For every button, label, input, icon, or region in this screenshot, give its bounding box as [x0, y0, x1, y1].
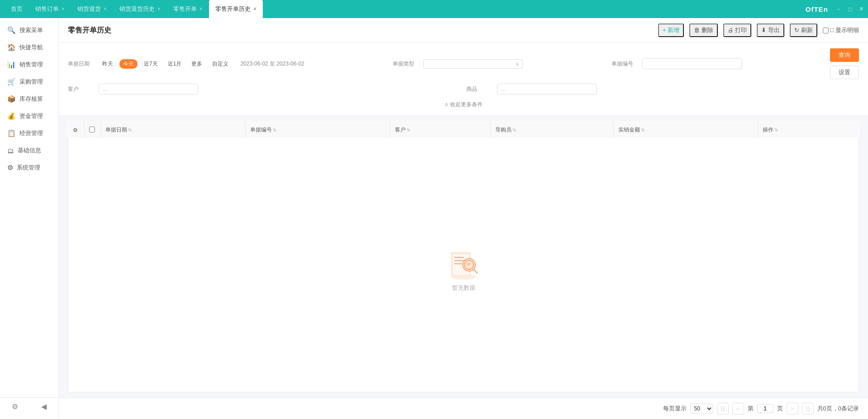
new-button[interactable]: + 新增: [658, 24, 684, 37]
delete-button[interactable]: 🗑 删除: [689, 24, 718, 37]
page-input[interactable]: [757, 404, 773, 413]
svg-line-8: [474, 269, 477, 273]
tab-label-sales-return-history: 销货退货历史: [119, 5, 155, 13]
first-page-btn[interactable]: ⟨⟨: [717, 403, 729, 414]
col-label-action: 操作: [763, 127, 773, 133]
col-label-amount: 实销金额: [618, 127, 640, 133]
next-page-btn[interactable]: ＞: [787, 403, 798, 414]
sidebar-icon-purchase-mgmt: 🛒: [7, 78, 16, 86]
tab-close-retail-open[interactable]: ×: [199, 6, 203, 12]
select-all-checkbox[interactable]: [89, 127, 95, 132]
sidebar-item-basic-info[interactable]: 🗂基础信息: [0, 142, 58, 159]
tab-label-sales-return: 销货退货: [77, 5, 101, 13]
sidebar-icon-quick-nav: 🏠: [7, 43, 16, 52]
data-table: ⚙单据日期⇅单据编号⇅客户⇅导购员⇅实销金额⇅操作⇅: [68, 122, 859, 138]
brand-label: OfTEn: [806, 5, 828, 13]
tab-close-sales-return[interactable]: ×: [104, 6, 107, 12]
tab-close-retail-open-history[interactable]: ×: [253, 6, 256, 12]
sidebar-item-finance[interactable]: 💰资金管理: [0, 108, 58, 125]
customer-filter-input[interactable]: ...: [99, 84, 198, 94]
product-dots: ...: [501, 86, 506, 92]
top-bar: 首页销售订单×销货退货×销货退货历史×零售开单×零售开单历史× OfTEn － …: [0, 0, 868, 18]
per-page-select[interactable]: 102050100: [690, 404, 713, 414]
sidebar-item-operations[interactable]: 📋经营管理: [0, 125, 58, 142]
print-button[interactable]: 🖨 打印: [723, 24, 752, 37]
col-label-date: 单据日期: [105, 127, 127, 133]
prev-page-btn[interactable]: ＜: [732, 403, 744, 414]
display-detail-toggle[interactable]: □ 显示明细: [823, 26, 859, 34]
customer-dots: ...: [103, 86, 107, 92]
date-btn-昨天[interactable]: 昨天: [99, 59, 117, 69]
page-header: 零售开单历史 + 新增 🗑 删除 🖨 打印 ⬇ 导出 ↻ 刷新 □ 显示明细: [59, 18, 868, 43]
sidebar: 🔍搜索采单🏠快捷导航📊销售管理🛒采购管理📦库存核算💰资金管理📋经营管理🗂基础信息…: [0, 18, 59, 419]
sort-icon-amount[interactable]: ⇅: [641, 127, 645, 132]
type-filter-select[interactable]: ∨: [423, 59, 523, 69]
sort-icon-guide[interactable]: ⇅: [512, 127, 516, 132]
product-filter-input[interactable]: ...: [497, 84, 597, 94]
display-detail-checkbox[interactable]: [823, 28, 829, 33]
export-button[interactable]: ⬇ 导出: [757, 24, 784, 37]
date-btn-近1月[interactable]: 近1月: [164, 59, 185, 69]
settings-footer-btn[interactable]: ⚙: [12, 402, 18, 411]
empty-illustration: [441, 239, 486, 284]
th-number: 单据编号⇅: [245, 122, 390, 138]
tab-label-retail-open-history: 零售开单历史: [215, 5, 251, 13]
sidebar-item-system[interactable]: ⚙系统管理: [0, 159, 58, 176]
sidebar-icon-inventory: 📦: [7, 95, 16, 103]
date-filter-buttons: 昨天今天近7天近1月更多自定义: [99, 59, 232, 69]
tab-home[interactable]: 首页: [5, 0, 29, 18]
th-check[interactable]: [85, 122, 101, 138]
sidebar-item-search-purchase[interactable]: 🔍搜索采单: [0, 22, 58, 39]
last-page-btn[interactable]: ⟩⟩: [802, 403, 814, 414]
window-min-btn[interactable]: －: [835, 5, 841, 13]
collapse-sidebar-btn[interactable]: ◀: [41, 402, 47, 411]
search-button[interactable]: 查询: [830, 48, 859, 62]
filter-row-1: 单据日期 昨天今天近7天近1月更多自定义 2023-06-02 至 2023-0…: [68, 48, 859, 79]
window-max-btn[interactable]: □: [849, 6, 852, 13]
date-range-display: 2023-06-02 至 2023-06-02: [240, 60, 304, 68]
refresh-button[interactable]: ↻ 刷新: [790, 24, 817, 37]
pagination: 每页显示 102050100 ⟨⟨ ＜ 第 页 ＞ ⟩⟩ 共0页，0条记录: [59, 398, 868, 419]
th-guide: 导购员⇅: [491, 122, 613, 138]
sort-icon-number[interactable]: ⇅: [273, 127, 276, 132]
svg-rect-5: [454, 263, 462, 264]
page-suffix-label: 页: [777, 405, 783, 413]
tab-sales-return[interactable]: 销货退货×: [71, 0, 113, 18]
col-label-number: 单据编号: [250, 127, 272, 133]
gear-icon[interactable]: ⚙: [73, 127, 78, 133]
tab-sales-return-history[interactable]: 销货退货历史×: [113, 0, 167, 18]
collapse-filter-btn[interactable]: ∧ 收起更多条件: [439, 99, 488, 110]
table-header: ⚙单据日期⇅单据编号⇅客户⇅导购员⇅实销金额⇅操作⇅: [68, 122, 859, 138]
empty-text: 暂无数据: [452, 284, 475, 292]
number-filter-input[interactable]: [642, 58, 742, 69]
type-chevron-icon: ∨: [516, 61, 519, 66]
window-close-btn[interactable]: ×: [859, 5, 863, 13]
number-filter-label: 单据编号: [612, 60, 637, 68]
date-btn-更多[interactable]: 更多: [188, 59, 206, 69]
tab-sales-order[interactable]: 销售订单×: [29, 0, 71, 18]
sidebar-label-quick-nav: 快捷导航: [19, 43, 43, 52]
date-btn-近7天[interactable]: 近7天: [140, 59, 161, 69]
sort-icon-date[interactable]: ⇅: [128, 127, 132, 132]
sidebar-label-finance: 资金管理: [19, 112, 43, 120]
tab-close-sales-return-history[interactable]: ×: [157, 6, 161, 12]
main-layout: 🔍搜索采单🏠快捷导航📊销售管理🛒采购管理📦库存核算💰资金管理📋经营管理🗂基础信息…: [0, 18, 868, 419]
toolbar: + 新增 🗑 删除 🖨 打印 ⬇ 导出 ↻ 刷新 □ 显示明细: [658, 24, 859, 42]
sidebar-item-sales-mgmt[interactable]: 📊销售管理: [0, 56, 58, 73]
date-btn-今天[interactable]: 今天: [119, 59, 138, 69]
date-btn-自定义[interactable]: 自定义: [209, 59, 232, 69]
tab-retail-open[interactable]: 零售开单×: [167, 0, 209, 18]
settings-button[interactable]: 设置: [830, 66, 859, 79]
th-gear[interactable]: ⚙: [68, 122, 85, 138]
th-amount: 实销金额⇅: [613, 122, 758, 138]
sidebar-item-quick-nav[interactable]: 🏠快捷导航: [0, 39, 58, 56]
sidebar-item-purchase-mgmt[interactable]: 🛒采购管理: [0, 73, 58, 90]
sidebar-label-basic-info: 基础信息: [18, 146, 41, 155]
sort-icon-customer[interactable]: ⇅: [407, 127, 410, 132]
tab-close-sales-order[interactable]: ×: [62, 6, 65, 12]
sidebar-icon-sales-mgmt: 📊: [7, 61, 16, 69]
sort-icon-action[interactable]: ⇅: [774, 127, 778, 132]
tab-retail-open-history[interactable]: 零售开单历史×: [209, 0, 263, 18]
sidebar-item-inventory[interactable]: 📦库存核算: [0, 90, 58, 108]
date-filter-label: 单据日期: [68, 60, 93, 68]
